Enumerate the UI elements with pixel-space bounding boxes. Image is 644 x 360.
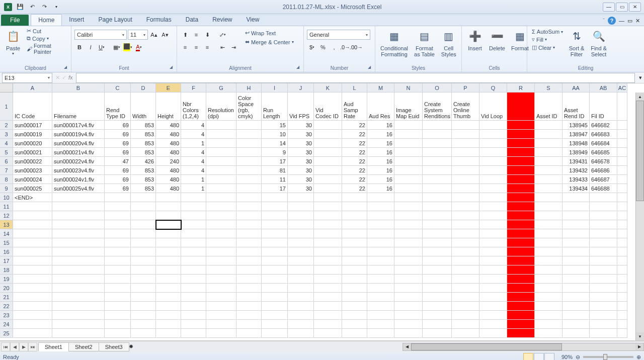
- cell-A7[interactable]: sun000023: [13, 166, 52, 175]
- cell-S17[interactable]: [535, 256, 562, 265]
- cell-I17[interactable]: [262, 256, 288, 265]
- cell-K3[interactable]: [314, 130, 342, 139]
- cell-O8[interactable]: [423, 175, 452, 184]
- cell-AA1[interactable]: Asset Rend ID: [562, 93, 590, 121]
- copy-button[interactable]: ⧉Copy▾: [25, 35, 68, 42]
- cell-AA2[interactable]: 138945: [562, 121, 590, 130]
- cell-L21[interactable]: [342, 293, 367, 302]
- cell-Q20[interactable]: [479, 284, 507, 293]
- cell-B4[interactable]: sun000020v4.flv: [52, 139, 105, 148]
- cell-E15[interactable]: [156, 238, 181, 247]
- cell-L6[interactable]: 22: [342, 157, 367, 166]
- cell-N16[interactable]: [394, 247, 423, 256]
- shrink-font-button[interactable]: A▾: [160, 30, 170, 40]
- comma-button[interactable]: ,: [329, 42, 339, 52]
- cell-R24[interactable]: [507, 320, 535, 329]
- cell-O24[interactable]: [423, 320, 452, 329]
- cell-D23[interactable]: [131, 311, 156, 320]
- cell-P1[interactable]: Create Online Thumb: [452, 93, 479, 121]
- zoom-out-button[interactable]: ⊖: [576, 354, 580, 361]
- cell-Q25[interactable]: [479, 329, 507, 338]
- cell-M8[interactable]: 16: [367, 175, 394, 184]
- cell-I19[interactable]: [262, 275, 288, 284]
- cell-C14[interactable]: [105, 229, 131, 238]
- cell-AC12[interactable]: [617, 211, 627, 220]
- cell-L2[interactable]: 22: [342, 121, 367, 130]
- cell-C16[interactable]: [105, 247, 131, 256]
- cell-J22[interactable]: [288, 302, 314, 311]
- tab-review[interactable]: Review: [205, 14, 239, 26]
- cell-J3[interactable]: 30: [288, 130, 314, 139]
- cell-K19[interactable]: [314, 275, 342, 284]
- cell-styles-button[interactable]: ▥Cell Styles: [439, 27, 459, 58]
- cell-M24[interactable]: [367, 320, 394, 329]
- cell-E24[interactable]: [156, 320, 181, 329]
- cell-Q2[interactable]: [479, 121, 507, 130]
- cell-AA12[interactable]: [562, 211, 590, 220]
- cell-AA11[interactable]: [562, 202, 590, 211]
- cell-C17[interactable]: [105, 256, 131, 265]
- sheet-tab-sheet1[interactable]: Sheet1: [38, 342, 69, 351]
- col-header-N[interactable]: N: [394, 83, 423, 93]
- cell-F18[interactable]: [181, 265, 206, 275]
- cell-E5[interactable]: 480: [156, 148, 181, 157]
- font-launcher[interactable]: ◢: [170, 65, 176, 71]
- cell-P14[interactable]: [452, 229, 479, 238]
- cell-J21[interactable]: [288, 293, 314, 302]
- cell-R11[interactable]: [507, 202, 535, 211]
- cell-G21[interactable]: [206, 293, 236, 302]
- cut-button[interactable]: ✂Cut: [25, 27, 68, 35]
- cell-S23[interactable]: [535, 311, 562, 320]
- cell-AA3[interactable]: 138947: [562, 130, 590, 139]
- sheet-nav-next[interactable]: ▶: [19, 342, 28, 351]
- cell-AB20[interactable]: [590, 284, 617, 293]
- cell-G10[interactable]: [206, 193, 236, 202]
- cell-AC15[interactable]: [617, 238, 627, 247]
- cell-D14[interactable]: [131, 229, 156, 238]
- cell-I21[interactable]: [262, 293, 288, 302]
- page-break-view-button[interactable]: [544, 353, 554, 360]
- tab-page-layout[interactable]: Page Layout: [91, 14, 139, 26]
- tab-home[interactable]: Home: [31, 14, 62, 26]
- cell-S9[interactable]: [535, 184, 562, 193]
- cell-I24[interactable]: [262, 320, 288, 329]
- underline-button[interactable]: U▾: [97, 42, 107, 52]
- cell-C15[interactable]: [105, 238, 131, 247]
- horizontal-scrollbar[interactable]: ◀ ▶: [403, 343, 644, 351]
- cell-R12[interactable]: [507, 211, 535, 220]
- cell-AB16[interactable]: [590, 247, 617, 256]
- cell-AB24[interactable]: [590, 320, 617, 329]
- app-icon[interactable]: X: [3, 2, 13, 12]
- row-header-16[interactable]: 16: [0, 247, 13, 256]
- cell-K25[interactable]: [314, 329, 342, 338]
- cell-AA6[interactable]: 139431: [562, 157, 590, 166]
- merge-center-button[interactable]: ⬌Merge & Center▾: [244, 38, 295, 46]
- cell-AB12[interactable]: [590, 211, 617, 220]
- cell-O19[interactable]: [423, 275, 452, 284]
- cell-O2[interactable]: [423, 121, 452, 130]
- cell-H20[interactable]: [236, 284, 262, 293]
- cell-E25[interactable]: [156, 329, 181, 338]
- row-header-10[interactable]: 10: [0, 193, 13, 202]
- cell-AB21[interactable]: [590, 293, 617, 302]
- cell-L9[interactable]: 22: [342, 184, 367, 193]
- zoom-level[interactable]: 90%: [561, 354, 573, 360]
- cell-I11[interactable]: [262, 202, 288, 211]
- page-layout-view-button[interactable]: [534, 353, 544, 360]
- cell-F5[interactable]: 4: [181, 148, 206, 157]
- cell-N17[interactable]: [394, 256, 423, 265]
- cell-F23[interactable]: [181, 311, 206, 320]
- vertical-scrollbar[interactable]: ▲ ▼: [635, 93, 644, 340]
- cell-G11[interactable]: [206, 202, 236, 211]
- undo-button[interactable]: ↶: [27, 2, 37, 12]
- cell-B18[interactable]: [52, 265, 105, 275]
- cell-M3[interactable]: 16: [367, 130, 394, 139]
- cell-R19[interactable]: [507, 275, 535, 284]
- cell-G19[interactable]: [206, 275, 236, 284]
- cell-C12[interactable]: [105, 211, 131, 220]
- cell-G8[interactable]: [206, 175, 236, 184]
- minimize-ribbon-icon[interactable]: ˇ: [603, 18, 605, 24]
- cell-H23[interactable]: [236, 311, 262, 320]
- cell-C19[interactable]: [105, 275, 131, 284]
- cell-A10[interactable]: <END>: [13, 193, 52, 202]
